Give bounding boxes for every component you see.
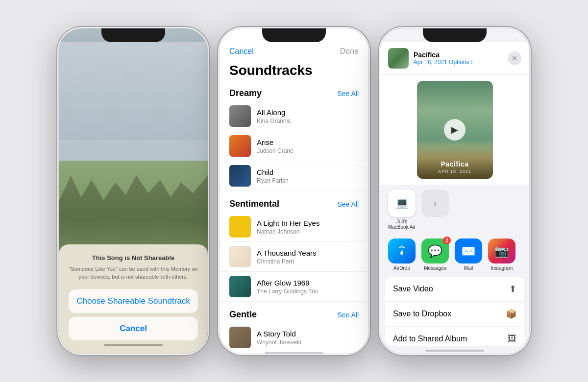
options-link[interactable]: Options › (449, 59, 473, 66)
track-artist-thousand: Christina Perri (257, 258, 359, 265)
choose-soundtrack-button[interactable]: Choose Shareable Soundtrack (69, 289, 198, 313)
phone2-content: Cancel Done Soundtracks Dreamy See All A… (220, 28, 368, 354)
track-info-light: A Light In Her Eyes Nathan Johnson (257, 219, 359, 235)
track-arise[interactable]: Arise Judson Crane (220, 131, 368, 161)
track-thumb-child (229, 165, 251, 187)
track-afterglow[interactable]: After Glow 1969 The Larry Goldings Trio (220, 272, 368, 302)
memory-title: Pacifica (414, 51, 503, 59)
app-mail[interactable]: ✉️ Mail (455, 239, 482, 271)
track-info-thousand: A Thousand Years Christina Perri (257, 249, 359, 265)
dropbox-icon: 📦 (506, 309, 516, 319)
app-messages[interactable]: 💬 2 Messages (421, 239, 449, 271)
track-thumb-arise (229, 135, 251, 157)
phone-2: Cancel Done Soundtracks Dreamy See All A… (218, 27, 370, 355)
track-info-child: Child Ryan Farish (257, 168, 359, 184)
app-instagram[interactable]: 📷 Instagram (488, 239, 515, 271)
track-artist-afterglow: The Larry Goldings Trio (257, 288, 359, 295)
app-airdrop[interactable]: AirDrop (388, 239, 416, 271)
memory-date: Apr 18, 2021 (414, 59, 447, 66)
phone-3: Pacifica Apr 18, 2021 Options › ✕ ▶ Paci… (379, 27, 531, 355)
soundtracks-title: Soundtracks (220, 59, 368, 84)
memory-date-options[interactable]: Apr 18, 2021 Options › (414, 59, 503, 66)
phone1-sheet-title: This Song is Not Shareable (69, 254, 198, 262)
play-button[interactable]: ▶ (444, 119, 466, 141)
track-name-light: A Light In Her Eyes (257, 219, 359, 227)
track-info-all-along: All Along Kina Grannis (257, 108, 359, 124)
phones-container: This Song is Not Shareable "Someone Like… (48, 17, 540, 365)
memory-thumb-inner (388, 48, 409, 69)
mail-label: Mail (464, 265, 473, 271)
phone2-header: Cancel Done (220, 42, 368, 59)
airdrop-label: AirDrop (393, 265, 410, 271)
home-indicator-2 (265, 352, 323, 354)
section-gentle-header: Gentle See All (220, 306, 368, 323)
track-child[interactable]: Child Ryan Farish (220, 161, 368, 191)
phone1-cancel-button[interactable]: Cancel (69, 317, 198, 340)
phone-1: This Song is Not Shareable "Someone Like… (57, 27, 209, 355)
phone1-sky (59, 42, 208, 179)
device-macbook-icon: 💻 (388, 190, 416, 217)
track-name-arise: Arise (257, 138, 359, 146)
home-indicator-3 (425, 350, 484, 352)
video-title: Pacifica (422, 160, 488, 168)
track-artist-light: Nathan Johnson (257, 228, 359, 235)
section-dreamy-header: Dreamy See All (220, 84, 368, 101)
section-gentle-title: Gentle (229, 310, 257, 320)
sentimental-see-all[interactable]: See All (337, 200, 359, 208)
save-video-action[interactable]: Save Video ⬆ (385, 277, 524, 302)
track-name-afterglow: After Glow 1969 (257, 279, 359, 287)
phone3-content: Pacifica Apr 18, 2021 Options › ✕ ▶ Paci… (380, 28, 529, 354)
more-devices-button[interactable]: › (421, 190, 449, 217)
mail-icon: ✉️ (455, 239, 482, 263)
memory-thumbnail (388, 48, 409, 69)
track-name-story: A Story Told (257, 330, 359, 338)
video-label: Pacifica APR 18, 2021 (417, 145, 493, 179)
track-artist-arise: Judson Crane (257, 147, 359, 154)
notch-3 (423, 28, 487, 42)
phone2-done-button: Done (340, 47, 359, 56)
home-indicator-1 (104, 344, 163, 346)
phone2-scroll-area[interactable]: Dreamy See All All Along Kina Grannis (220, 84, 368, 349)
device-macbook-name: Juli'sMacBook Air (388, 219, 416, 230)
phone1-sheet-description: "Someone Like You" can be used with this… (69, 265, 198, 281)
messages-label: Messages (424, 265, 446, 271)
video-preview-area: ▶ Pacifica APR 18, 2021 (380, 75, 529, 185)
save-dropbox-label: Save to Dropbox (393, 310, 451, 318)
instagram-icon: 📷 (488, 239, 515, 263)
save-video-label: Save Video (393, 285, 433, 293)
airdrop-icon (388, 239, 416, 263)
track-all-along[interactable]: All Along Kina Grannis (220, 101, 368, 131)
track-name-child: Child (257, 168, 359, 176)
video-date: APR 18, 2021 (422, 169, 488, 174)
track-info-story: A Story Told Whynot Jansveld (257, 330, 359, 346)
gentle-see-all[interactable]: See All (337, 311, 359, 319)
track-story-told[interactable]: A Story Told Whynot Jansveld (220, 323, 368, 349)
track-thumb-all-along (229, 105, 251, 127)
track-name-thousand: A Thousand Years (257, 249, 359, 257)
instagram-label: Instagram (491, 265, 513, 271)
notch-2 (262, 28, 326, 42)
track-artist-all-along: Kina Grannis (257, 118, 359, 124)
phone1-bottom-sheet: This Song is Not Shareable "Someone Like… (59, 244, 208, 354)
shared-album-icon: 🖼 (508, 334, 516, 344)
action-list: Save Video ⬆ Save to Dropbox 📦 Add to Sh… (385, 277, 524, 346)
phone1-background: This Song is Not Shareable "Someone Like… (59, 28, 208, 354)
section-dreamy-title: Dreamy (229, 88, 262, 98)
track-name-all-along: All Along (257, 108, 359, 117)
share-close-button[interactable]: ✕ (508, 51, 521, 65)
track-info-afterglow: After Glow 1969 The Larry Goldings Trio (257, 279, 359, 295)
dreamy-see-all[interactable]: See All (337, 90, 359, 97)
track-light-in-her-eyes[interactable]: A Light In Her Eyes Nathan Johnson (220, 212, 368, 242)
save-dropbox-action[interactable]: Save to Dropbox 📦 (385, 302, 524, 327)
messages-badge: 2 (443, 237, 451, 244)
video-thumbnail[interactable]: ▶ Pacifica APR 18, 2021 (417, 81, 493, 179)
save-video-icon: ⬆ (509, 284, 516, 294)
track-info-arise: Arise Judson Crane (257, 138, 359, 154)
track-thousand-years[interactable]: A Thousand Years Christina Perri (220, 242, 368, 272)
track-thumb-afterglow (229, 276, 251, 297)
phone2-cancel-button[interactable]: Cancel (229, 47, 254, 56)
add-shared-album-action[interactable]: Add to Shared Album 🖼 (385, 327, 524, 346)
device-macbook[interactable]: 💻 Juli'sMacBook Air (388, 190, 416, 230)
devices-row: 💻 Juli'sMacBook Air › (380, 185, 529, 235)
track-thumb-story (229, 327, 251, 348)
